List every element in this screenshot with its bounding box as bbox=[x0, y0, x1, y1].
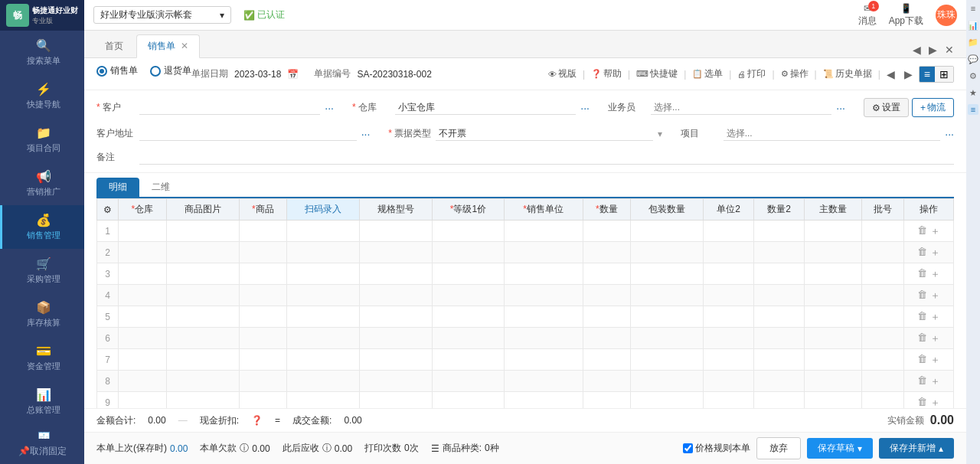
col-main-qty: 主数量 bbox=[805, 199, 862, 221]
view-grid-button[interactable]: ⊞ bbox=[935, 67, 953, 82]
ticket-input[interactable] bbox=[436, 126, 652, 141]
sidebar-item-purchase[interactable]: 🛒 采购管理 bbox=[0, 249, 84, 292]
warehouse-dots-icon[interactable]: ··· bbox=[580, 102, 590, 114]
sidebar-item-invoice[interactable]: 🧾 发票管理 bbox=[0, 423, 84, 439]
row-add-icon[interactable]: ＋ bbox=[930, 310, 940, 324]
row-add-icon[interactable]: ＋ bbox=[930, 396, 940, 409]
sidebar-item-project[interactable]: 📁 项目合同 bbox=[0, 118, 84, 162]
tab-close-all-button[interactable]: ✕ bbox=[942, 42, 957, 57]
calendar-icon[interactable]: 📅 bbox=[287, 69, 299, 80]
print-btn[interactable]: 🖨 打印 bbox=[734, 66, 769, 82]
capital-icon: 💳 bbox=[36, 344, 51, 358]
panel-icon-1[interactable]: ≡ bbox=[968, 3, 978, 14]
customer-label: 客户 bbox=[96, 101, 135, 114]
set-button[interactable]: ⚙ 设置 bbox=[864, 98, 909, 117]
tab-detail[interactable]: 明细 bbox=[96, 178, 139, 197]
row-add-icon[interactable]: ＋ bbox=[930, 224, 940, 238]
doc-tools: 👁 视版 | ❓ 帮助 | ⌨ 快捷键 | 📋 选单 | 🖨 打印 | ⚙ 操作… bbox=[545, 66, 954, 83]
app-download-button[interactable]: 📱 App下载 bbox=[889, 3, 923, 28]
remark-input[interactable] bbox=[139, 150, 954, 165]
ticket-dropdown-icon[interactable]: ▾ bbox=[658, 129, 662, 139]
row-add-icon[interactable]: ＋ bbox=[930, 267, 940, 281]
panel-icon-3[interactable]: 📁 bbox=[968, 37, 978, 47]
col-settings[interactable]: ⚙ bbox=[97, 199, 119, 221]
tab-prev-button[interactable]: ◀ bbox=[910, 42, 924, 57]
tab-next-button[interactable]: ▶ bbox=[926, 42, 940, 57]
radio-return[interactable]: 退货单 bbox=[150, 64, 191, 77]
sidebar-item-nav[interactable]: ⚡ 快捷导航 bbox=[0, 74, 84, 118]
doc-type-radio: 销售单 退货单 bbox=[96, 64, 191, 77]
row-delete-icon[interactable]: 🗑 bbox=[917, 310, 927, 324]
right-panel: ≡ 📊 📁 💬 ⚙ ★ ≡ bbox=[966, 0, 980, 464]
row-add-icon[interactable]: ＋ bbox=[930, 353, 940, 367]
view-btn[interactable]: 👁 视版 bbox=[545, 66, 580, 82]
shortcut-btn[interactable]: ⌨ 快捷键 bbox=[633, 66, 681, 82]
panel-icon-6[interactable]: ★ bbox=[968, 87, 978, 98]
project-dots-icon[interactable]: ··· bbox=[945, 128, 954, 140]
row-delete-icon[interactable]: 🗑 bbox=[917, 374, 927, 388]
message-button[interactable]: ✉ 1 消息 bbox=[858, 3, 877, 28]
table-row: 9 🗑＋ bbox=[97, 392, 954, 409]
help-debt-icon: ⓘ bbox=[240, 442, 249, 455]
price-rule-input[interactable] bbox=[683, 443, 693, 453]
tab-2d[interactable]: 二维 bbox=[139, 178, 182, 197]
purchase-icon: 🛒 bbox=[36, 257, 51, 271]
address-dots-icon[interactable]: ··· bbox=[361, 128, 371, 140]
certified-badge: ✅ 已认证 bbox=[243, 8, 285, 21]
row-delete-icon[interactable]: 🗑 bbox=[917, 332, 927, 345]
user-avatar[interactable]: 珠珠 bbox=[936, 5, 957, 26]
customer-input[interactable] bbox=[139, 100, 320, 115]
salesperson-dots-icon[interactable]: ··· bbox=[836, 102, 845, 114]
col-image: 商品图片 bbox=[166, 199, 239, 221]
doc-nav-next[interactable]: ▶ bbox=[901, 67, 916, 82]
tab-sales[interactable]: 销售单 ✕ bbox=[136, 34, 200, 58]
panel-icon-2[interactable]: 📊 bbox=[968, 20, 978, 31]
row-delete-icon[interactable]: 🗑 bbox=[917, 267, 927, 281]
search-icon: 🔍 bbox=[36, 38, 51, 53]
save-draft-button[interactable]: 保存草稿 ▾ bbox=[807, 438, 873, 459]
history-btn[interactable]: 📜 历史单据 bbox=[820, 66, 875, 82]
sidebar-item-inventory[interactable]: 📦 库存核算 bbox=[0, 292, 84, 336]
sidebar-item-capital[interactable]: 💳 资金管理 bbox=[0, 336, 84, 380]
address-input[interactable] bbox=[139, 126, 357, 141]
sidebar-item-sales[interactable]: 💰 销售管理 bbox=[0, 205, 84, 249]
abandon-button[interactable]: 放弃 bbox=[756, 437, 801, 459]
row-delete-icon[interactable]: 🗑 bbox=[917, 246, 927, 260]
row-delete-icon[interactable]: 🗑 bbox=[917, 289, 927, 302]
panel-icon-4[interactable]: 💬 bbox=[968, 54, 978, 64]
form-row-2: 客户地址 ··· 票据类型 ▾ 项目 ··· bbox=[96, 126, 954, 141]
row-add-icon[interactable]: ＋ bbox=[930, 332, 940, 345]
company-selector[interactable]: 好业财专业版演示帐套 ▾ bbox=[93, 6, 231, 24]
sidebar-unpin[interactable]: 📌取消固定 bbox=[0, 439, 84, 464]
sidebar-item-marketing[interactable]: 📢 营销推广 bbox=[0, 162, 84, 205]
row-delete-icon[interactable]: 🗑 bbox=[917, 353, 927, 367]
row-add-icon[interactable]: ＋ bbox=[930, 289, 940, 302]
row-delete-icon[interactable]: 🗑 bbox=[917, 224, 927, 238]
tab-home[interactable]: 首页 bbox=[93, 34, 135, 57]
receivable-info: 此后应收 ⓘ 0.00 bbox=[283, 442, 352, 455]
row-add-icon[interactable]: ＋ bbox=[930, 374, 940, 388]
row-delete-icon[interactable]: 🗑 bbox=[917, 396, 927, 409]
tab-close-icon[interactable]: ✕ bbox=[181, 41, 188, 51]
operation-btn[interactable]: ⚙ 操作 bbox=[778, 66, 812, 82]
help-btn[interactable]: ❓ 帮助 bbox=[588, 66, 625, 82]
salesperson-input[interactable] bbox=[651, 100, 831, 115]
help-recv-icon: ⓘ bbox=[322, 442, 332, 455]
project-input[interactable] bbox=[724, 126, 941, 141]
doc-nav-prev[interactable]: ◀ bbox=[884, 67, 898, 82]
add-logistics-button[interactable]: + 物流 bbox=[912, 98, 954, 117]
warehouse-input[interactable] bbox=[395, 100, 576, 115]
panel-icon-7[interactable]: ≡ bbox=[968, 104, 978, 115]
row-add-icon[interactable]: ＋ bbox=[930, 246, 940, 260]
panel-icon-5[interactable]: ⚙ bbox=[968, 70, 978, 81]
radio-sales[interactable]: 销售单 bbox=[96, 64, 138, 77]
customer-dots-icon[interactable]: ··· bbox=[325, 102, 334, 114]
price-rule-checkbox[interactable]: 价格规则本单 bbox=[683, 442, 750, 455]
sidebar-item-accounting[interactable]: 📊 总账管理 bbox=[0, 380, 84, 423]
save-new-button[interactable]: 保存并新增 ▴ bbox=[879, 438, 954, 459]
sidebar-item-search[interactable]: 🔍 搜索菜单 bbox=[0, 31, 84, 74]
select-btn[interactable]: 📋 选单 bbox=[689, 66, 726, 82]
table-row: 5 🗑＋ bbox=[97, 306, 954, 328]
view-list-button[interactable]: ≡ bbox=[920, 67, 935, 82]
table-scroll[interactable]: ⚙ *仓库 商品图片 *商品 扫码录入 规格型号 *等级1价 *销售单位 *数量… bbox=[96, 198, 954, 408]
